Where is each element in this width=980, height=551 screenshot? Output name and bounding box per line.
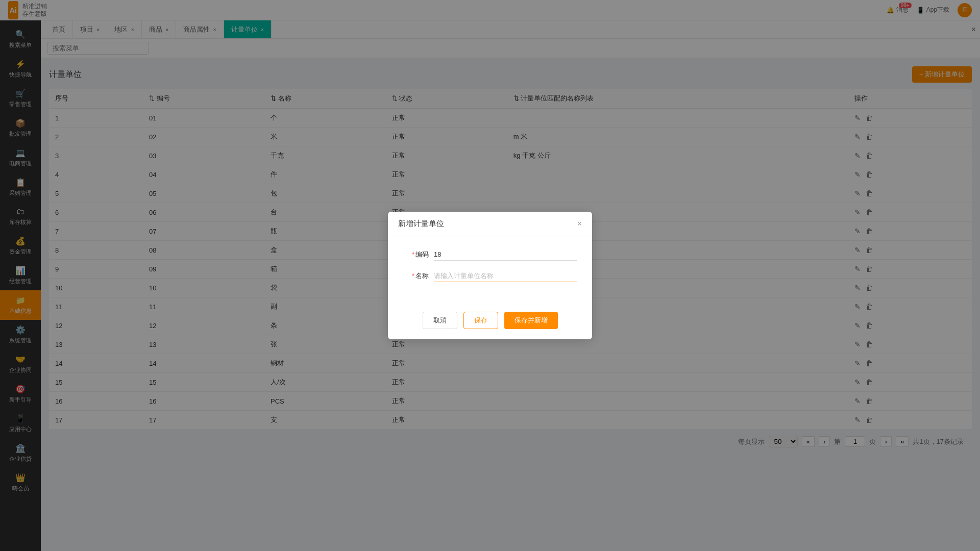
modal-close-button[interactable]: ×	[577, 219, 582, 229]
modal-overlay: 新增计量单位 × *编码 *名称 取消 保存 保存并新增	[0, 0, 980, 551]
save-button[interactable]: 保存	[463, 312, 498, 329]
add-unit-modal: 新增计量单位 × *编码 *名称 取消 保存 保存并新增	[388, 212, 592, 339]
modal-footer: 取消 保存 保存并新增	[388, 304, 592, 339]
modal-header: 新增计量单位 ×	[388, 212, 592, 236]
modal-title: 新增计量单位	[398, 219, 444, 229]
modal-body: *编码 *名称	[388, 236, 592, 304]
code-label: *编码	[403, 250, 429, 259]
code-form-row: *编码	[403, 248, 577, 261]
required-star-name: *	[412, 272, 414, 280]
name-form-row: *名称	[403, 270, 577, 282]
save-and-new-button[interactable]: 保存并新增	[504, 312, 558, 329]
name-input[interactable]	[434, 270, 577, 282]
required-star: *	[412, 251, 414, 258]
name-label: *名称	[403, 271, 429, 281]
code-input[interactable]	[434, 248, 577, 261]
cancel-button[interactable]: 取消	[423, 312, 457, 329]
